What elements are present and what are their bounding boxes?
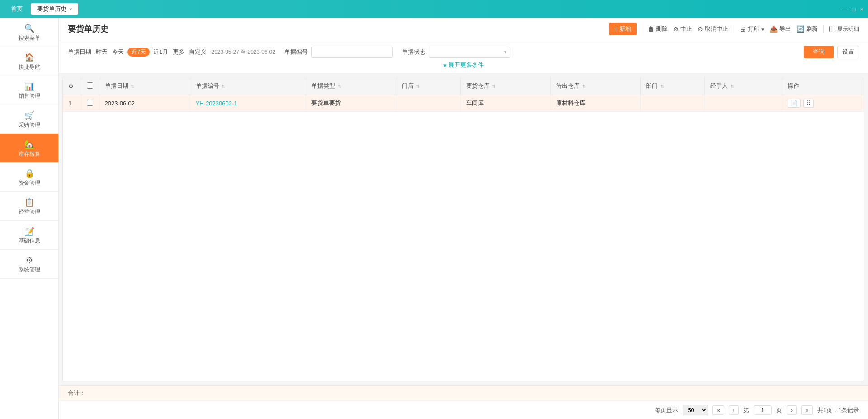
table-body: 1 2023-06-02 YH-20230602-1 要货单要货 车间库 原材料… <box>63 95 864 112</box>
filter-area: 单据日期 昨天 今天 近7天 近1月 更多 自定义 2023-05-27 至 2… <box>59 40 868 73</box>
divider3 <box>823 25 824 33</box>
sidebar-item-basic-info[interactable]: 📝 基础信息 <box>0 221 58 250</box>
table-header: ⚙ 单据日期 ⇅ 单据编号 ⇅ 单据类型 ⇅ 门店 ⇅ 要货仓库 ⇅ 待出仓库 … <box>63 77 864 95</box>
gear-icon: ⚙ <box>26 256 33 264</box>
sort-icon-pending-warehouse: ⇅ <box>582 84 586 89</box>
status-select-wrapper <box>429 47 510 58</box>
th-handler[interactable]: 经手人 ⇅ <box>705 77 782 95</box>
print-dropdown-icon: ▾ <box>761 26 764 33</box>
page-title: 要货单历史 <box>68 24 108 34</box>
table-header-row: ⚙ 单据日期 ⇅ 单据编号 ⇅ 单据类型 ⇅ 门店 ⇅ 要货仓库 ⇅ 待出仓库 … <box>63 77 864 95</box>
more-action-btn[interactable]: ⠿ <box>803 99 814 108</box>
tab-home[interactable]: 首页 <box>5 3 29 15</box>
delete-button[interactable]: 🗑 删除 <box>648 25 668 33</box>
sidebar-item-quick-nav[interactable]: 🏠 快捷导航 <box>0 47 58 76</box>
sidebar-item-label: 经营管理 <box>19 208 40 216</box>
th-doc-type[interactable]: 单据类型 ⇅ <box>306 77 396 95</box>
date-btn-7days[interactable]: 近7天 <box>127 48 150 57</box>
sidebar-item-search-menu[interactable]: 🔍 搜索菜单 <box>0 18 58 47</box>
per-page-label: 每页显示 <box>655 406 678 414</box>
table-row: 1 2023-06-02 YH-20230602-1 要货单要货 车间库 原材料… <box>63 95 864 112</box>
td-doc-no: YH-20230602-1 <box>190 95 306 112</box>
td-num: 1 <box>63 95 81 112</box>
cart-icon: 🛒 <box>24 111 34 119</box>
lock-icon: 🔒 <box>24 169 34 177</box>
page-header: 要货单历史 + 新增 🗑 删除 ⊘ 中止 ⊘ 取消中止 🖨 <box>59 18 868 40</box>
first-page-btn[interactable]: « <box>712 405 724 415</box>
minimize-icon[interactable]: — <box>842 6 848 13</box>
prev-page-btn[interactable]: ‹ <box>729 405 739 415</box>
sidebar-item-label: 资金管理 <box>19 179 40 187</box>
export-button[interactable]: 📤 导出 <box>770 25 791 33</box>
query-button[interactable]: 查询 <box>804 46 834 58</box>
th-settings[interactable]: ⚙ <box>63 77 81 95</box>
td-store <box>396 95 460 112</box>
date-btn-custom[interactable]: 自定义 <box>188 48 208 57</box>
content-area: 要货单历史 + 新增 🗑 删除 ⊘ 中止 ⊘ 取消中止 🖨 <box>59 18 868 419</box>
date-filter-label: 单据日期 <box>68 48 91 56</box>
inventory-icon: 🏡 <box>24 140 34 148</box>
status-select[interactable] <box>429 47 510 58</box>
expand-more-btn[interactable]: ▾ 展开更多条件 <box>443 61 484 69</box>
close-window-icon[interactable]: × <box>860 6 863 13</box>
date-btn-yesterday[interactable]: 昨天 <box>95 48 108 57</box>
sidebar-item-label: 库存核算 <box>19 150 40 158</box>
top-bar: 首页 要货单历史 × — □ × <box>0 0 868 18</box>
next-page-btn[interactable]: › <box>787 405 797 415</box>
tab-active[interactable]: 要货单历史 × <box>31 3 78 15</box>
sort-icon-handler: ⇅ <box>731 84 734 89</box>
clipboard-icon: 📋 <box>24 198 34 206</box>
per-page-select[interactable]: 50 10 20 100 <box>683 405 708 415</box>
refresh-icon: 🔄 <box>797 25 804 33</box>
show-detail-checkbox[interactable] <box>829 26 835 32</box>
last-page-btn[interactable]: » <box>801 405 812 415</box>
show-detail-toggle[interactable]: 显示明细 <box>829 25 859 33</box>
th-pending-warehouse[interactable]: 待出仓库 ⇅ <box>551 77 641 95</box>
date-btn-more[interactable]: 更多 <box>172 48 185 57</box>
doc-no-filter-group: 单据编号 <box>284 47 393 58</box>
th-req-warehouse[interactable]: 要货仓库 ⇅ <box>460 77 550 95</box>
sidebar-item-operations[interactable]: 📋 经营管理 <box>0 192 58 221</box>
doc-no-input[interactable] <box>311 47 393 58</box>
date-range-display: 2023-05-27 至 2023-06-02 <box>211 48 275 56</box>
row-checkbox[interactable] <box>87 100 93 106</box>
sidebar-item-inventory[interactable]: 🏡 库存核算 <box>0 134 58 163</box>
sidebar-item-label: 基础信息 <box>19 237 40 245</box>
doc-no-link[interactable]: YH-20230602-1 <box>196 100 237 107</box>
sort-icon-dept: ⇅ <box>660 84 664 89</box>
cancel-stop-button[interactable]: ⊘ 取消中止 <box>698 25 728 33</box>
table-footer: 合计： <box>59 385 868 401</box>
th-dept[interactable]: 部门 ⇅ <box>641 77 705 95</box>
close-tab-icon[interactable]: × <box>69 6 72 12</box>
cancel-stop-icon: ⊘ <box>698 25 703 33</box>
maximize-icon[interactable]: □ <box>852 6 856 13</box>
th-doc-date[interactable]: 单据日期 ⇅ <box>99 77 190 95</box>
sort-icon-req-warehouse: ⇅ <box>492 84 495 89</box>
sidebar-item-label: 系统管理 <box>19 266 40 274</box>
select-all-checkbox[interactable] <box>87 82 93 89</box>
page-number-input[interactable] <box>754 405 772 415</box>
total-label: 合计： <box>68 390 85 396</box>
sidebar-item-system[interactable]: ⚙ 系统管理 <box>0 250 58 279</box>
th-doc-no[interactable]: 单据编号 ⇅ <box>190 77 306 95</box>
total-info: 共1页，1条记录 <box>817 406 859 414</box>
stop-button[interactable]: ⊘ 中止 <box>673 25 692 33</box>
refresh-button[interactable]: 🔄 刷新 <box>797 25 818 33</box>
print-button[interactable]: 🖨 打印 ▾ <box>740 25 764 33</box>
add-button[interactable]: + 新增 <box>609 23 637 35</box>
sidebar-item-finance[interactable]: 🔒 资金管理 <box>0 163 58 192</box>
settings-button[interactable]: 设置 <box>837 46 859 58</box>
sidebar: 🔍 搜索菜单 🏠 快捷导航 📊 销售管理 🛒 采购管理 🏡 库存核算 🔒 资金管… <box>0 18 59 419</box>
sort-icon-store: ⇅ <box>416 84 420 89</box>
date-quick-btns: 昨天 今天 近7天 近1月 更多 自定义 <box>95 48 208 57</box>
td-req-warehouse: 车间库 <box>460 95 550 112</box>
page-suffix: 页 <box>776 406 782 414</box>
view-action-btn[interactable]: 📄 <box>788 99 801 108</box>
date-btn-1month[interactable]: 近1月 <box>152 48 169 57</box>
delete-icon: 🗑 <box>648 25 654 33</box>
export-icon: 📤 <box>770 25 778 33</box>
sidebar-item-sales[interactable]: 📊 销售管理 <box>0 76 58 105</box>
th-store[interactable]: 门店 ⇅ <box>396 77 460 95</box>
date-btn-today[interactable]: 今天 <box>111 48 125 57</box>
sidebar-item-purchase[interactable]: 🛒 采购管理 <box>0 105 58 134</box>
